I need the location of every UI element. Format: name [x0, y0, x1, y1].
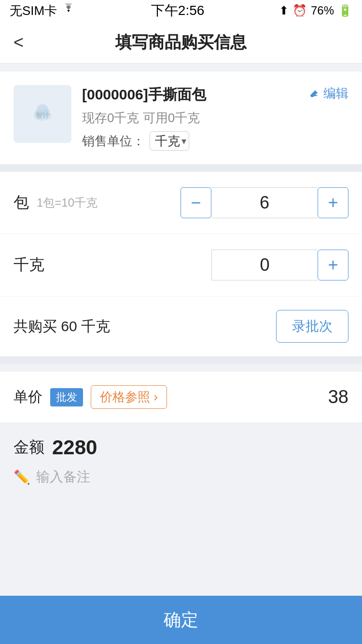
edit-button[interactable]: 编辑: [309, 85, 348, 102]
price-section: 单价 批发 价格参照 › 38: [0, 372, 362, 422]
page-title: 填写商品购买信息: [115, 31, 247, 54]
kg-controls: +: [211, 250, 348, 280]
battery-icon: 🔋: [338, 4, 352, 17]
status-bar-left: 无SIM卡: [10, 2, 76, 19]
amount-label: 金额: [14, 437, 44, 458]
divider-2: [0, 356, 362, 364]
price-row: 单价 批发 价格参照 › 38: [14, 385, 348, 409]
product-stock: 现存0千克 可用0千克: [82, 110, 348, 126]
status-bar: 无SIM卡 下午2:56 ⬆ ⏰ 76% 🔋: [0, 0, 362, 21]
price-label: 单价: [14, 387, 42, 407]
edit-label: 编辑: [323, 85, 348, 102]
quantity-section: 包 1包=10千克 − + 千克 +: [0, 172, 362, 296]
summary-text: 共购买 60 千克: [14, 317, 110, 336]
bao-input[interactable]: [211, 187, 318, 218]
amount-section: 金额 2280 ✏️ 输入备注: [0, 422, 362, 494]
status-time: 下午2:56: [151, 1, 205, 20]
product-image: 智计: [14, 85, 71, 143]
bao-label: 包 1包=10千克: [14, 192, 181, 213]
remark-placeholder: 输入备注: [36, 468, 90, 486]
product-unit: 销售单位： 千克: [82, 131, 348, 151]
back-button[interactable]: <: [14, 32, 24, 53]
unit-label: 销售单位：: [82, 133, 145, 150]
product-info: [0000006]手撕面包 编辑 现存0千克 可用0千克 销售单位： 千克: [82, 85, 348, 151]
batch-button[interactable]: 录批次: [276, 310, 348, 343]
battery-text: 76%: [311, 4, 334, 17]
nav-bar: < 填写商品购买信息: [0, 21, 362, 64]
bao-increase-button[interactable]: +: [318, 187, 348, 218]
carrier-text: 无SIM卡: [10, 2, 57, 19]
product-card: 智计 [0000006]手撕面包 编辑 现存0千克 可用0千克 销售单位： 千克: [0, 71, 362, 164]
bao-row: 包 1包=10千克 − +: [0, 172, 362, 234]
kg-row: 千克 +: [0, 234, 362, 296]
kg-text: 千克: [14, 254, 44, 276]
bao-hint: 1包=10千克: [37, 195, 97, 210]
content-spacer: [0, 494, 362, 600]
amount-value: 2280: [52, 436, 97, 459]
summary-row: 共购买 60 千克 录批次: [0, 296, 362, 356]
divider-1: [0, 164, 362, 172]
location-icon: ⬆: [279, 4, 289, 17]
alarm-icon: ⏰: [292, 4, 307, 17]
kg-increase-button[interactable]: +: [318, 250, 348, 280]
bao-text: 包: [14, 192, 29, 213]
product-name: [0000006]手撕面包: [82, 85, 206, 105]
svg-text:智计: 智计: [35, 112, 50, 119]
bao-decrease-button[interactable]: −: [181, 187, 211, 218]
unit-select[interactable]: 千克: [150, 131, 189, 151]
confirm-button[interactable]: 确定: [164, 608, 198, 632]
price-tag: 批发: [50, 388, 83, 406]
unit-select-wrap[interactable]: 千克: [150, 131, 189, 151]
amount-row: 金额 2280: [14, 436, 348, 459]
edit-icon: ✏️: [14, 469, 30, 485]
bottom-bar[interactable]: 确定: [0, 596, 362, 644]
price-ref-button[interactable]: 价格参照 ›: [91, 385, 167, 409]
kg-label: 千克: [14, 254, 211, 276]
status-bar-right: ⬆ ⏰ 76% 🔋: [279, 4, 352, 17]
price-value: 38: [328, 387, 348, 407]
wifi-icon: [61, 3, 76, 18]
remark-row[interactable]: ✏️ 输入备注: [14, 468, 348, 486]
kg-input[interactable]: [211, 250, 318, 280]
bao-controls: − +: [181, 187, 348, 218]
